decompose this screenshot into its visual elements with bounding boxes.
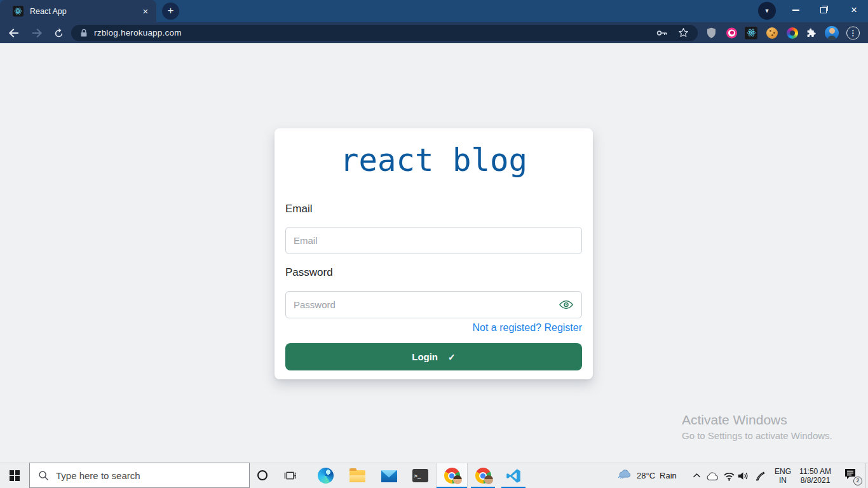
desktop-screen: React App × + ▼ × rzblog.herokuapp.com	[0, 0, 868, 488]
minimize-icon	[792, 10, 799, 11]
language-indicator[interactable]: ENG IN	[770, 467, 796, 485]
search-placeholder-text: Type here to search	[56, 470, 140, 481]
watermark-title: Activate Windows	[682, 412, 832, 428]
taskbar-vscode-button[interactable]	[498, 463, 529, 488]
tab-search-button[interactable]: ▼	[758, 2, 776, 20]
browser-toolbar: rzblog.herokuapp.com ⋮	[0, 22, 868, 43]
weather-desc: Rain	[660, 471, 677, 480]
action-center-button[interactable]: 2	[844, 468, 860, 484]
react-favicon-icon	[13, 6, 24, 17]
show-desktop-button[interactable]	[865, 463, 868, 488]
lock-icon[interactable]	[80, 29, 88, 37]
address-bar[interactable]: rzblog.herokuapp.com	[71, 25, 698, 41]
reload-button[interactable]	[50, 24, 67, 42]
tab-close-icon[interactable]: ×	[140, 6, 151, 17]
wifi-icon[interactable]	[723, 471, 735, 481]
close-window-button[interactable]: ×	[840, 0, 868, 20]
taskbar-terminal-button[interactable]: >_	[405, 463, 435, 488]
language-code: ENG	[770, 467, 796, 476]
login-card: react blog Email Password Not a registed…	[275, 128, 593, 379]
chrome-profile-avatar-2	[484, 475, 493, 484]
tab-title: React App	[30, 7, 140, 16]
forward-button[interactable]	[28, 24, 46, 42]
show-password-button[interactable]	[559, 299, 574, 310]
taskbar-chrome-button-active[interactable]	[436, 463, 468, 488]
password-field[interactable]	[285, 291, 582, 318]
chrome-profile-avatar	[453, 475, 462, 484]
task-view-icon	[284, 470, 296, 481]
url-text[interactable]: rzblog.herokuapp.com	[94, 28, 646, 37]
browser-menu-button[interactable]: ⋮	[846, 26, 860, 39]
back-button[interactable]	[5, 24, 23, 42]
weather-rain-icon	[617, 470, 632, 482]
back-arrow-icon	[8, 27, 20, 39]
password-label: Password	[285, 266, 333, 279]
taskbar-clock[interactable]: 11:50 AM 8/8/2021	[794, 467, 836, 485]
caret-down-icon: ▼	[758, 2, 776, 20]
mail-icon	[381, 470, 397, 482]
check-icon: ✓	[448, 352, 456, 362]
windows-ink-pen-icon[interactable]	[755, 471, 766, 482]
extension-react-devtools-icon[interactable]	[745, 27, 757, 39]
file-explorer-icon	[349, 470, 365, 482]
new-tab-button[interactable]: +	[162, 3, 179, 20]
profile-avatar[interactable]	[825, 26, 839, 40]
windows-logo-icon	[10, 470, 20, 481]
browser-tab-strip: React App × + ▼ ×	[0, 0, 868, 22]
vscode-icon	[506, 468, 521, 484]
cortana-button[interactable]	[257, 470, 268, 480]
taskbar-search-box[interactable]: Type here to search	[29, 463, 250, 488]
start-button[interactable]	[0, 463, 29, 488]
weather-temp: 28°C	[637, 471, 655, 480]
clock-date: 8/8/2021	[794, 476, 836, 485]
extension-color-wheel-icon[interactable]	[787, 27, 798, 39]
password-key-icon[interactable]	[656, 29, 668, 37]
taskbar-file-explorer-button[interactable]	[342, 463, 372, 488]
forward-arrow-icon	[31, 27, 43, 39]
login-button-label: Login	[412, 351, 438, 362]
taskbar-mail-button[interactable]	[374, 463, 404, 488]
email-field[interactable]	[285, 227, 582, 254]
maximize-button[interactable]	[812, 0, 835, 20]
web-page: react blog Email Password Not a registed…	[0, 43, 868, 463]
bookmark-star-icon[interactable]	[678, 27, 689, 38]
tray-chevron-up-icon[interactable]	[693, 473, 701, 478]
onedrive-cloud-icon[interactable]	[706, 472, 719, 481]
clock-time: 11:50 AM	[794, 467, 836, 476]
eye-icon	[559, 300, 573, 309]
language-region: IN	[770, 476, 796, 485]
edge-icon	[318, 468, 334, 484]
extension-shield-icon[interactable]	[707, 27, 716, 38]
extension-adblock-eye-icon[interactable]	[726, 27, 737, 38]
kebab-menu-icon: ⋮	[850, 27, 857, 39]
minimize-button[interactable]	[784, 0, 807, 20]
extension-cookie-icon[interactable]	[766, 27, 778, 39]
page-title: react blog	[275, 142, 593, 179]
taskbar-edge-button[interactable]	[310, 463, 341, 488]
taskbar-weather-widget[interactable]: 28°C Rain	[617, 463, 677, 488]
terminal-icon: >_	[412, 469, 428, 482]
taskbar-chrome-button-2[interactable]	[468, 463, 498, 488]
email-label: Email	[285, 203, 313, 215]
windows-taskbar: Type here to search >_ 28°C Rain	[0, 463, 868, 488]
login-button[interactable]: Login ✓	[285, 343, 582, 370]
register-link[interactable]: Not a registed? Register	[472, 322, 582, 334]
reload-icon	[53, 28, 64, 39]
watermark-subtitle: Go to Settings to activate Windows.	[682, 430, 832, 441]
browser-tab-react-app[interactable]: React App ×	[0, 0, 156, 22]
task-view-button[interactable]	[284, 470, 296, 481]
extensions-puzzle-icon[interactable]	[806, 27, 817, 38]
search-icon	[38, 470, 49, 481]
restore-icon	[820, 7, 827, 13]
volume-icon[interactable]	[737, 471, 749, 481]
notification-badge: 2	[853, 477, 862, 485]
activate-windows-watermark: Activate Windows Go to Settings to activ…	[682, 412, 832, 441]
